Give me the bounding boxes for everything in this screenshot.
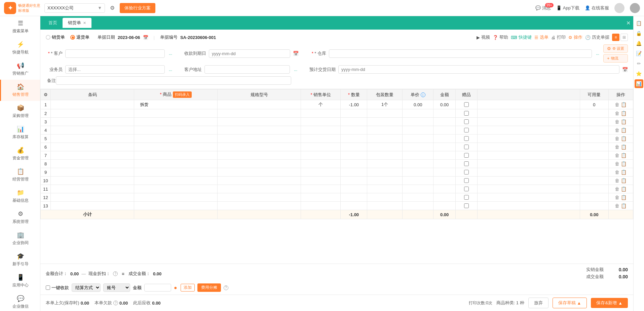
row-delete-btn[interactable]: 🗑 [615, 119, 619, 124]
sidebar-item-wechat[interactable]: 💬 企业微信 [0, 291, 40, 311]
row-amount[interactable] [433, 143, 455, 151]
row-pack-qty[interactable] [367, 202, 403, 210]
salesperson-input[interactable] [65, 65, 165, 74]
row-gift[interactable] [455, 118, 477, 126]
row-gift[interactable] [455, 185, 477, 193]
rp-btn-2[interactable]: 🔒 [635, 29, 643, 38]
settings-icon[interactable]: ⚙ [108, 3, 117, 13]
row-pack-qty[interactable] [367, 177, 403, 185]
row-amount[interactable] [433, 202, 455, 210]
row-product[interactable] [134, 168, 218, 177]
rp-btn-1[interactable]: 📋 [635, 19, 643, 28]
add-payment-btn[interactable]: 添加 [181, 284, 195, 291]
row-quantity[interactable] [341, 202, 367, 210]
row-delete-btn[interactable]: 🗑 [615, 127, 619, 133]
row-barcode[interactable] [51, 126, 134, 134]
row-product[interactable] [134, 202, 218, 210]
row-copy-btn[interactable]: 📋 [621, 203, 627, 208]
row-copy-btn[interactable]: 📋 [621, 178, 627, 183]
row-gift[interactable] [455, 100, 477, 109]
row-unit-price[interactable]: 0.00 [403, 100, 433, 109]
sidebar-item-sales[interactable]: 🏠 销售管理 [0, 80, 40, 101]
row-unit-price[interactable] [403, 143, 433, 151]
row-pack-qty[interactable] [367, 134, 403, 143]
cumulative-balance-help[interactable]: ? [113, 301, 118, 305]
row-remark[interactable] [478, 168, 580, 177]
row-unit[interactable] [301, 109, 341, 118]
row-remark[interactable] [478, 134, 580, 143]
row-product[interactable] [134, 109, 218, 118]
rp-btn-3[interactable]: 🔔 [635, 39, 643, 48]
row-copy-btn[interactable]: 📋 [621, 102, 627, 107]
row-amount[interactable] [433, 185, 455, 193]
unit-price-info-icon[interactable]: i [421, 92, 425, 97]
row-copy-btn[interactable]: 📋 [621, 136, 627, 141]
row-barcode[interactable] [51, 160, 134, 168]
rp-btn-5[interactable]: ✏ [635, 59, 643, 68]
row-delete-btn[interactable]: 🗑 [615, 153, 619, 158]
row-barcode[interactable] [51, 100, 134, 109]
sidebar-item-marketing[interactable]: 📢 营销推广 [0, 59, 40, 80]
row-amount[interactable] [433, 118, 455, 126]
row-pack-qty[interactable] [367, 168, 403, 177]
row-gift[interactable] [455, 168, 477, 177]
row-pack-qty[interactable] [367, 126, 403, 134]
row-product[interactable] [134, 134, 218, 143]
rp-btn-6[interactable]: ⭐ [635, 69, 643, 78]
row-delete-btn[interactable]: 🗑 [615, 195, 619, 200]
row-amount[interactable]: 0.00 [433, 100, 455, 109]
row-delete-btn[interactable]: 🗑 [615, 111, 619, 116]
row-quantity[interactable]: -1.00 [341, 100, 367, 109]
row-quantity[interactable] [341, 134, 367, 143]
row-quantity[interactable] [341, 193, 367, 202]
row-copy-btn[interactable]: 📋 [621, 195, 627, 200]
row-barcode[interactable] [51, 193, 134, 202]
scan-btn[interactable]: 扫码录入 [173, 91, 192, 98]
logistics-btn[interactable]: + 物流 [603, 54, 628, 63]
sidebar-item-quick-nav[interactable]: ⚡ 快捷导航 [0, 37, 40, 59]
row-delete-btn[interactable]: 🗑 [615, 178, 619, 183]
row-product[interactable] [134, 151, 218, 160]
tab-sales-order-close[interactable]: ✕ [83, 21, 86, 25]
cash-discount-help-icon[interactable]: ? [113, 271, 118, 276]
row-unit-price[interactable] [403, 118, 433, 126]
row-quantity[interactable] [341, 160, 367, 168]
row-quantity[interactable] [341, 143, 367, 151]
row-delete-btn[interactable]: 🗑 [615, 102, 619, 107]
row-spec[interactable] [218, 143, 301, 151]
row-amount[interactable] [433, 193, 455, 202]
row-pack-qty[interactable] [367, 193, 403, 202]
row-amount[interactable] [433, 109, 455, 118]
one-click-payment-check[interactable] [46, 285, 50, 290]
row-product[interactable] [134, 118, 218, 126]
row-pack-qty[interactable] [367, 185, 403, 193]
row-quantity[interactable] [341, 185, 367, 193]
print-btn[interactable]: 🖨 打印 [551, 34, 566, 40]
customer-more[interactable]: ... [167, 51, 174, 56]
radio-sales[interactable]: 销货单 [46, 34, 65, 40]
row-spec[interactable] [218, 109, 301, 118]
row-spec[interactable] [218, 100, 301, 109]
row-spec[interactable] [218, 185, 301, 193]
rp-btn-7[interactable]: 📊 [635, 79, 643, 88]
row-gift[interactable] [455, 134, 477, 143]
row-barcode[interactable] [51, 185, 134, 193]
row-delete-btn[interactable]: 🗑 [615, 169, 619, 175]
row-amount[interactable] [433, 134, 455, 143]
row-remark[interactable] [478, 100, 580, 109]
row-spec[interactable] [218, 177, 301, 185]
settings-btn[interactable]: ⚙ ⚙ 设置 [603, 44, 628, 53]
amount-input[interactable] [144, 284, 171, 291]
payment-account-select[interactable]: 账号 [103, 283, 130, 292]
row-product[interactable] [134, 185, 218, 193]
sidebar-item-operation[interactable]: 📋 经营管理 [0, 164, 40, 186]
row-unit-price[interactable] [403, 177, 433, 185]
row-unit[interactable] [301, 134, 341, 143]
row-spec[interactable] [218, 134, 301, 143]
row-barcode[interactable] [51, 143, 134, 151]
history-btn[interactable]: 🕐 历史单据 [585, 34, 609, 40]
row-gift[interactable] [455, 126, 477, 134]
row-delete-btn[interactable]: 🗑 [615, 186, 619, 192]
row-copy-btn[interactable]: 📋 [621, 119, 627, 124]
row-product[interactable] [134, 126, 218, 134]
